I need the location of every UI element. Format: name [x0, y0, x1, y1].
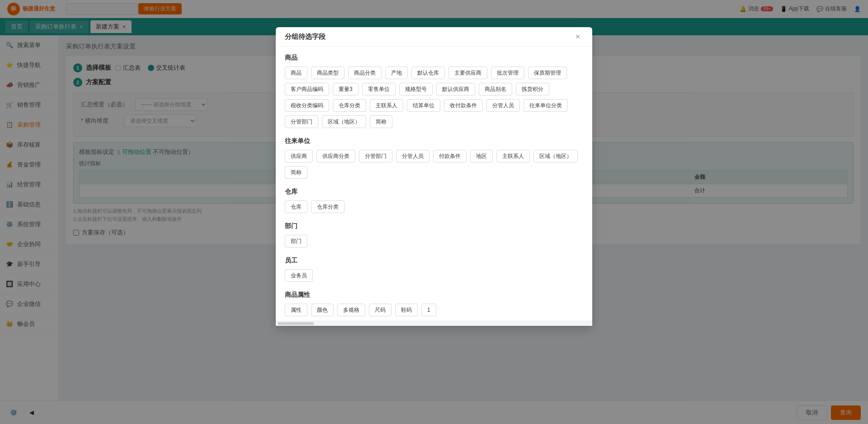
- field-tag[interactable]: 尺码: [369, 304, 392, 316]
- field-tag[interactable]: 商品类型: [311, 67, 344, 79]
- field-tag[interactable]: 分管人员: [486, 99, 520, 112]
- field-tags: 业务员: [285, 269, 583, 282]
- field-tag[interactable]: 仓库分类: [333, 99, 366, 112]
- field-tag[interactable]: 规格型号: [399, 83, 433, 95]
- field-group-员工: 员工业务员: [285, 257, 583, 282]
- field-group-商品: 商品商品商品类型商品分类产地默认仓库主要供应商批次管理保质期管理客户商品编码重量…: [285, 54, 583, 128]
- field-group-title: 商品: [285, 54, 583, 62]
- field-tag[interactable]: 1: [421, 304, 436, 316]
- field-tag[interactable]: 重量3: [333, 83, 359, 95]
- scrollbar-thumb-x: [278, 322, 314, 325]
- field-tags: 仓库仓库分类: [285, 200, 583, 213]
- field-tag[interactable]: 默认仓库: [411, 67, 445, 79]
- modal-close-button[interactable]: ×: [572, 31, 583, 42]
- modal-body: 商品商品商品类型商品分类产地默认仓库主要供应商批次管理保质期管理客户商品编码重量…: [276, 47, 592, 321]
- field-tag[interactable]: 主要供应商: [448, 67, 487, 79]
- field-tag[interactable]: 主联系人: [370, 99, 403, 112]
- modal-overlay: 分组待选字段 × 商品商品商品类型商品分类产地默认仓库主要供应商批次管理保质期管…: [0, 0, 868, 424]
- field-tags: 供应商供应商分类分管部门分管人员付款条件地区主联系人区域（地区）简称: [285, 150, 583, 179]
- field-tag[interactable]: 区域（地区）: [322, 115, 366, 128]
- field-group-title: 往来单位: [285, 137, 583, 145]
- field-tag[interactable]: 分管人员: [396, 150, 429, 162]
- field-tag[interactable]: 收付款条件: [444, 99, 483, 112]
- field-tag[interactable]: 地区: [470, 150, 493, 162]
- field-tag[interactable]: 简称: [370, 115, 392, 128]
- field-group-仓库: 仓库仓库仓库分类: [285, 188, 583, 213]
- field-tag[interactable]: 商品: [285, 67, 307, 79]
- field-tag[interactable]: 部门: [285, 235, 307, 248]
- field-tag[interactable]: 往来单位分类: [524, 99, 568, 112]
- modal-title: 分组待选字段: [285, 33, 326, 41]
- field-tag[interactable]: 产地: [385, 67, 408, 79]
- field-group-商品属性: 商品属性属性颜色多规格尺码鞋码1: [285, 291, 583, 316]
- field-tag[interactable]: 供应商分类: [316, 150, 355, 162]
- field-tag[interactable]: 简称: [285, 166, 307, 179]
- field-tag[interactable]: 拣货积分: [516, 83, 549, 95]
- field-tag[interactable]: 仓库分类: [311, 200, 344, 213]
- modal-scrollbar-x[interactable]: [276, 321, 592, 326]
- field-tag[interactable]: 批次管理: [491, 67, 524, 79]
- field-tag[interactable]: 分管部门: [285, 115, 318, 128]
- field-tags: 商品商品类型商品分类产地默认仓库主要供应商批次管理保质期管理客户商品编码重量3零…: [285, 67, 583, 128]
- field-tags: 部门: [285, 235, 583, 248]
- field-tag[interactable]: 供应商: [285, 150, 313, 162]
- field-tag[interactable]: 分管部门: [359, 150, 392, 162]
- field-group-title: 商品属性: [285, 291, 583, 299]
- modal-header: 分组待选字段 ×: [276, 27, 592, 47]
- field-tag[interactable]: 默认供应商: [436, 83, 475, 95]
- field-tag[interactable]: 颜色: [311, 304, 334, 316]
- field-tag[interactable]: 鞋码: [395, 304, 418, 316]
- field-group-往来单位: 往来单位供应商供应商分类分管部门分管人员付款条件地区主联系人区域（地区）简称: [285, 137, 583, 179]
- field-tag[interactable]: 付款条件: [433, 150, 467, 162]
- field-tag[interactable]: 属性: [285, 304, 307, 316]
- field-tag[interactable]: 区域（地区）: [533, 150, 578, 162]
- field-group-title: 员工: [285, 257, 583, 265]
- modal: 分组待选字段 × 商品商品商品类型商品分类产地默认仓库主要供应商批次管理保质期管…: [276, 27, 592, 326]
- field-tag[interactable]: 商品别名: [479, 83, 512, 95]
- field-tag[interactable]: 保质期管理: [528, 67, 567, 79]
- field-tag[interactable]: 业务员: [285, 269, 313, 282]
- field-tag[interactable]: 仓库: [285, 200, 307, 213]
- field-tag[interactable]: 税收分类编码: [285, 99, 329, 112]
- field-group-title: 仓库: [285, 188, 583, 196]
- field-tag[interactable]: 结算单位: [407, 99, 440, 112]
- field-tags: 属性颜色多规格尺码鞋码1: [285, 304, 583, 316]
- field-group-title: 部门: [285, 222, 583, 230]
- field-group-部门: 部门部门: [285, 222, 583, 248]
- field-tag[interactable]: 主联系人: [496, 150, 530, 162]
- field-tag[interactable]: 客户商品编码: [285, 83, 329, 95]
- field-tag[interactable]: 多规格: [337, 304, 365, 316]
- field-tag[interactable]: 商品分类: [348, 67, 382, 79]
- field-tag[interactable]: 零售单位: [362, 83, 396, 95]
